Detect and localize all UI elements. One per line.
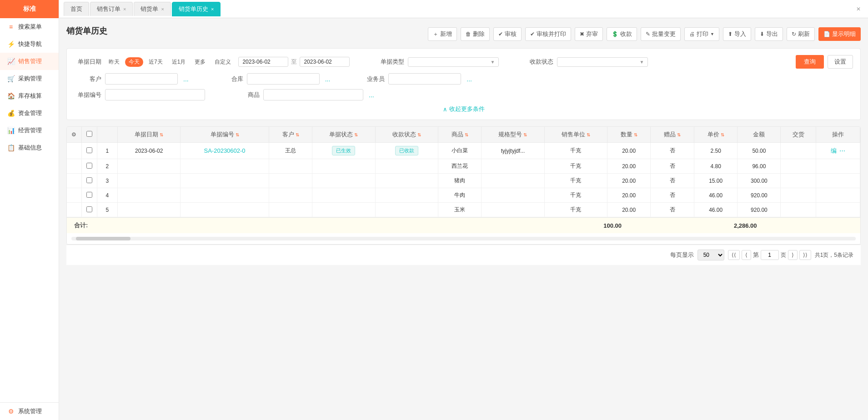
refresh-button[interactable]: ↻ 刷新 bbox=[787, 27, 815, 41]
print-button[interactable]: 🖨 打印 ▼ bbox=[684, 27, 719, 41]
chip-1month[interactable]: 近1月 bbox=[168, 57, 190, 67]
collect-button[interactable]: 💲 收款 bbox=[607, 27, 637, 41]
sidebar-item-finance[interactable]: 💰 资金管理 bbox=[0, 105, 59, 122]
customer-input[interactable] bbox=[105, 73, 178, 85]
sidebar-item-inventory[interactable]: 🏠 库存核算 bbox=[0, 87, 59, 105]
tab-sales-goods-close[interactable]: × bbox=[161, 6, 164, 12]
warehouse-dots[interactable]: ... bbox=[325, 75, 331, 83]
th-customer[interactable]: 客户⇅ bbox=[269, 127, 312, 143]
sidebar-item-label: 基础信息 bbox=[18, 144, 42, 152]
setting-button[interactable]: 设置 bbox=[828, 55, 853, 69]
page-label: 页 bbox=[781, 251, 786, 259]
th-goods[interactable]: 商品⇅ bbox=[438, 127, 481, 143]
tab-bar-close-btn[interactable]: ✕ bbox=[853, 6, 863, 12]
goods-input[interactable] bbox=[263, 89, 363, 100]
td-checkbox[interactable] bbox=[81, 174, 97, 188]
th-doc-no[interactable]: 单据编号⇅ bbox=[181, 127, 269, 143]
tab-sales-order-close[interactable]: × bbox=[123, 6, 126, 12]
warehouse-input[interactable] bbox=[247, 73, 320, 85]
sidebar-item-ops[interactable]: 📊 经营管理 bbox=[0, 122, 59, 139]
td-doc-no[interactable]: SA-20230602-0 bbox=[181, 143, 269, 159]
export-button[interactable]: ⬇ 导出 bbox=[755, 27, 783, 41]
th-spec[interactable]: 规格型号⇅ bbox=[482, 127, 544, 143]
edit-action-btn[interactable]: 编 bbox=[831, 147, 837, 154]
pay-status-chevron: ▼ bbox=[639, 60, 644, 65]
td-doc-status: 已生效 bbox=[312, 143, 375, 159]
import-button[interactable]: ⬆ 导入 bbox=[723, 27, 751, 41]
th-unit-price[interactable]: 单价⇅ bbox=[694, 127, 737, 143]
doc-no-input[interactable] bbox=[105, 89, 205, 100]
scrollbar-thumb[interactable] bbox=[76, 237, 130, 240]
query-button[interactable]: 查询 bbox=[796, 55, 824, 69]
status-badge: 已收款 bbox=[395, 146, 418, 155]
abandon-button[interactable]: ✖ 弃审 bbox=[575, 27, 603, 41]
row-checkbox[interactable] bbox=[86, 147, 92, 153]
tab-sales-history[interactable]: 销货单历史 × bbox=[172, 2, 221, 16]
batch-change-button[interactable]: ✎ 批量变更 bbox=[641, 27, 681, 41]
salesperson-dots[interactable]: ... bbox=[467, 75, 472, 83]
more-action-btn[interactable]: ⋯ bbox=[839, 147, 845, 154]
th-qty[interactable]: 数量⇅ bbox=[607, 127, 650, 143]
th-pay-status[interactable]: 收款状态⇅ bbox=[375, 127, 438, 143]
td-doc-no[interactable] bbox=[181, 188, 269, 203]
th-gift[interactable]: 赠品⇅ bbox=[651, 127, 694, 143]
tab-sales-goods[interactable]: 销货单 × bbox=[134, 2, 171, 16]
doc-no-link[interactable]: SA-20230602-0 bbox=[204, 147, 246, 154]
th-sales-unit[interactable]: 销售单位⇅ bbox=[544, 127, 607, 143]
tab-home[interactable]: 首页 bbox=[64, 2, 89, 16]
th-trade: 交货 bbox=[781, 127, 816, 143]
page-size-select[interactable]: 50 10 20 100 bbox=[697, 250, 724, 260]
sidebar-item-quick-nav[interactable]: ⚡ 快捷导航 bbox=[0, 35, 59, 53]
sidebar-item-purchase[interactable]: 🛒 采购管理 bbox=[0, 70, 59, 87]
td-checkbox[interactable] bbox=[81, 143, 97, 159]
page-input[interactable] bbox=[761, 250, 779, 260]
chip-7days[interactable]: 近7天 bbox=[145, 57, 166, 67]
chip-today[interactable]: 今天 bbox=[125, 57, 143, 67]
row-checkbox[interactable] bbox=[86, 163, 92, 169]
page-next-btn[interactable]: ⟩ bbox=[788, 250, 798, 260]
row-checkbox[interactable] bbox=[86, 206, 92, 212]
select-all-checkbox[interactable] bbox=[86, 131, 92, 137]
th-doc-status[interactable]: 单据状态⇅ bbox=[312, 127, 375, 143]
row-checkbox[interactable] bbox=[86, 192, 92, 198]
collapse-filter-btn[interactable]: ∧ 收起更多条件 bbox=[74, 105, 853, 113]
chip-more[interactable]: 更多 bbox=[191, 57, 209, 67]
customer-sort-icon: ⇅ bbox=[296, 132, 299, 137]
th-gear[interactable]: ⚙ bbox=[67, 127, 81, 143]
td-spec: tyjyjtyjdf... bbox=[482, 143, 544, 159]
td-doc-no[interactable] bbox=[181, 174, 269, 188]
td-checkbox[interactable] bbox=[81, 159, 97, 174]
audit-print-button[interactable]: ✔ 审核并打印 bbox=[525, 27, 571, 41]
tab-sales-history-close[interactable]: × bbox=[211, 6, 214, 12]
tab-sales-order[interactable]: 销售订单 × bbox=[90, 2, 133, 16]
page-last-btn[interactable]: ⟩⟩ bbox=[799, 250, 811, 260]
page-first-btn[interactable]: ⟨⟨ bbox=[728, 250, 740, 260]
pay-status-select[interactable]: ▼ bbox=[557, 57, 648, 67]
sidebar-item-base-info[interactable]: 📋 基础信息 bbox=[0, 139, 59, 156]
customer-dots[interactable]: ... bbox=[183, 75, 189, 83]
date-to-input[interactable] bbox=[300, 57, 350, 67]
goods-dots[interactable]: ... bbox=[369, 91, 374, 99]
delete-button[interactable]: 🗑 删除 bbox=[461, 27, 490, 41]
row-checkbox[interactable] bbox=[86, 177, 92, 183]
td-doc-no[interactable] bbox=[181, 203, 269, 217]
horizontal-scrollbar[interactable] bbox=[71, 237, 856, 240]
td-checkbox[interactable] bbox=[81, 188, 97, 203]
page-prev-btn[interactable]: ⟨ bbox=[742, 250, 751, 260]
show-detail-button[interactable]: 📄 显示明细 bbox=[818, 27, 861, 41]
td-checkbox[interactable] bbox=[81, 203, 97, 217]
salesperson-input[interactable] bbox=[388, 73, 461, 85]
add-button[interactable]: ＋ 新增 bbox=[428, 27, 457, 41]
td-doc-no[interactable] bbox=[181, 159, 269, 174]
td-unit-price: 4.80 bbox=[694, 159, 737, 174]
sidebar-item-search-menu[interactable]: ≡ 搜索菜单 bbox=[0, 18, 59, 35]
th-doc-date[interactable]: 单据日期⇅ bbox=[118, 127, 181, 143]
audit-button[interactable]: ✔ 审核 bbox=[493, 27, 522, 41]
date-from-input[interactable] bbox=[238, 57, 288, 67]
sidebar-item-sales[interactable]: 📈 销售管理 bbox=[0, 53, 59, 70]
chip-yesterday[interactable]: 昨天 bbox=[105, 57, 123, 67]
th-action: 操作 bbox=[816, 127, 860, 143]
doc-type-select[interactable]: ▼ bbox=[408, 57, 499, 67]
sidebar-item-sys[interactable]: ⚙ 系统管理 bbox=[0, 402, 59, 420]
chip-custom[interactable]: 自定义 bbox=[211, 57, 235, 67]
